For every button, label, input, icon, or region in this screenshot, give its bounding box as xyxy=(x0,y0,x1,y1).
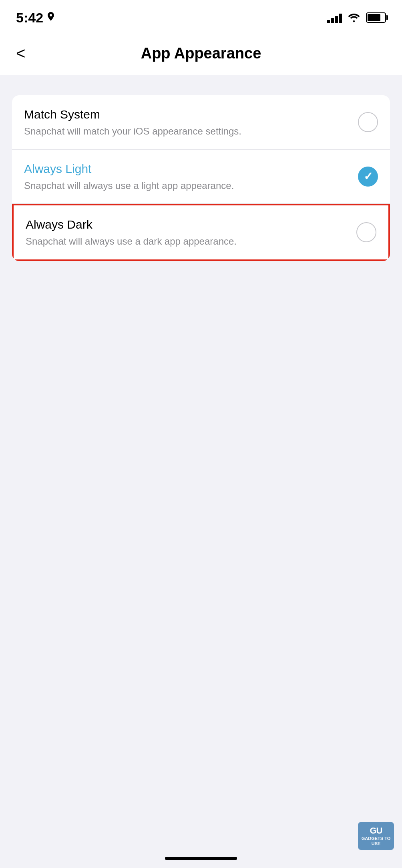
match-system-radio[interactable] xyxy=(358,112,378,132)
match-system-text: Match System Snapchat will match your iO… xyxy=(24,106,350,138)
settings-container: Match System Snapchat will match your iO… xyxy=(12,95,390,261)
match-system-subtitle: Snapchat will match your iOS appearance … xyxy=(24,125,350,138)
always-dark-title: Always Dark xyxy=(26,217,348,232)
wifi-icon xyxy=(348,13,360,22)
signal-bar-3 xyxy=(335,16,338,23)
time-display: 5:42 xyxy=(16,10,43,26)
nav-header: < App Appearance xyxy=(0,35,402,75)
location-icon xyxy=(46,12,55,23)
back-button[interactable]: < xyxy=(16,43,29,63)
home-indicator xyxy=(165,857,237,860)
signal-bar-4 xyxy=(339,14,342,23)
battery-fill xyxy=(368,14,380,21)
watermark: GU GADGETS TO USE xyxy=(358,822,394,850)
match-system-title: Match System xyxy=(24,106,350,122)
signal-bar-1 xyxy=(327,20,330,23)
always-light-radio[interactable] xyxy=(358,167,378,187)
always-light-text: Always Light Snapchat will always use a … xyxy=(24,161,350,193)
always-dark-text: Always Dark Snapchat will always use a d… xyxy=(26,217,348,248)
page-title: App Appearance xyxy=(141,45,261,62)
watermark-text: GADGETS TO USE xyxy=(358,836,394,846)
always-light-title: Always Light xyxy=(24,161,350,177)
always-dark-subtitle: Snapchat will always use a dark app appe… xyxy=(26,235,348,248)
always-light-option[interactable]: Always Light Snapchat will always use a … xyxy=(12,150,390,204)
always-dark-option[interactable]: Always Dark Snapchat will always use a d… xyxy=(12,204,390,261)
status-time: 5:42 xyxy=(16,10,55,26)
battery-icon xyxy=(366,12,386,23)
status-bar: 5:42 xyxy=(0,0,402,35)
signal-bar-2 xyxy=(331,18,334,23)
watermark-logo: GU xyxy=(370,826,382,836)
always-light-subtitle: Snapchat will always use a light app app… xyxy=(24,179,350,193)
always-dark-radio[interactable] xyxy=(356,222,376,242)
signal-bars xyxy=(327,12,342,23)
status-right xyxy=(327,12,386,23)
match-system-option[interactable]: Match System Snapchat will match your iO… xyxy=(12,95,390,150)
